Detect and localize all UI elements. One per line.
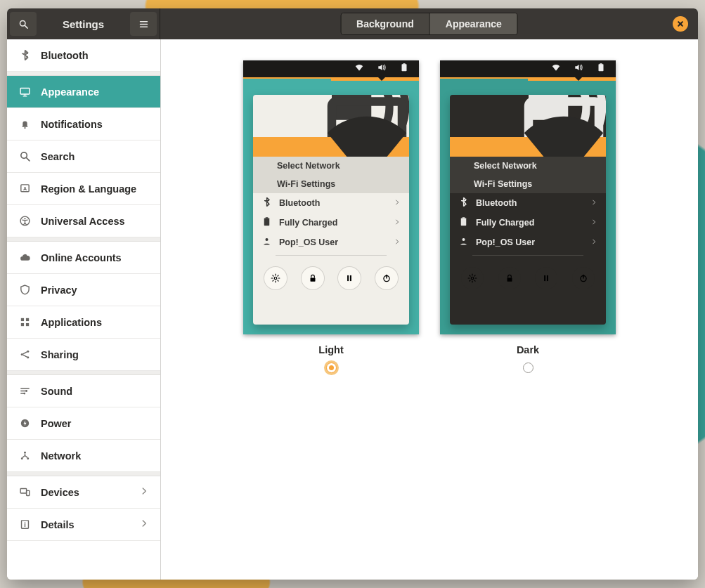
region-icon bbox=[18, 183, 31, 195]
wifi-dropdown[interactable]: System76 bbox=[253, 137, 409, 157]
user-icon bbox=[261, 236, 272, 249]
cloud-icon bbox=[18, 251, 31, 264]
volume-icon bbox=[377, 63, 387, 75]
battery-icon bbox=[399, 63, 409, 75]
suspend-button[interactable] bbox=[535, 267, 557, 289]
chevron-right-icon bbox=[394, 218, 401, 228]
theme-light-label: Light bbox=[318, 344, 343, 355]
sidebar-item-label: Sound bbox=[41, 386, 72, 397]
sidebar-item-power[interactable]: Power bbox=[7, 407, 160, 440]
chevron-right-icon bbox=[139, 518, 149, 530]
suspend-button[interactable] bbox=[338, 267, 361, 289]
battery-icon bbox=[596, 63, 606, 75]
sidebar-item-label: Network bbox=[41, 450, 81, 462]
wifi-settings[interactable]: Wi-Fi Settings bbox=[253, 175, 409, 193]
lock-button[interactable] bbox=[302, 267, 324, 289]
content-appearance: System76 Select Network Wi-Fi Settings B… bbox=[161, 39, 698, 580]
sidebar-item-privacy[interactable]: Privacy bbox=[7, 274, 160, 306]
sound-icon bbox=[18, 385, 31, 398]
row-user[interactable]: Pop!_OS User bbox=[253, 233, 409, 252]
preview-topbar bbox=[243, 60, 419, 79]
details-icon bbox=[18, 518, 31, 531]
theme-dark-radio[interactable] bbox=[523, 362, 533, 373]
sidebar-item-network[interactable]: Network bbox=[7, 440, 160, 472]
theme-preview-dark[interactable]: System76 Select Network Wi-Fi Settings B… bbox=[440, 60, 616, 334]
sidebar-item-bluetooth[interactable]: Bluetooth bbox=[7, 39, 160, 72]
sidebar-item-applications[interactable]: Applications bbox=[7, 306, 160, 339]
search-button[interactable] bbox=[10, 12, 37, 36]
notifications-icon bbox=[18, 118, 31, 131]
volume-icon bbox=[574, 63, 583, 75]
wifi-select-network[interactable]: Select Network bbox=[253, 157, 409, 175]
sidebar-item-sound[interactable]: Sound bbox=[7, 375, 160, 407]
sidebar-item-label: Privacy bbox=[41, 285, 77, 296]
bluetooth-icon bbox=[458, 197, 469, 209]
wifi-icon bbox=[551, 63, 561, 75]
poweroff-button[interactable] bbox=[375, 267, 398, 289]
chevron-right-icon bbox=[590, 198, 597, 208]
poweroff-button[interactable] bbox=[572, 267, 595, 289]
sidebar-item-label: Devices bbox=[41, 487, 79, 498]
sidebar-item-label: Online Accounts bbox=[41, 252, 122, 263]
sidebar-item-label: Universal Access bbox=[41, 216, 125, 227]
sidebar-item-label: Applications bbox=[41, 317, 102, 328]
user-icon bbox=[458, 236, 469, 249]
row-bluetooth[interactable]: Bluetooth bbox=[450, 193, 606, 213]
chevron-right-icon bbox=[394, 198, 401, 208]
apps-icon bbox=[18, 316, 31, 329]
preview-topbar bbox=[440, 60, 616, 79]
lock-button[interactable] bbox=[498, 267, 521, 289]
sidebar-item-label: Power bbox=[41, 418, 72, 429]
chevron-right-icon bbox=[394, 237, 401, 247]
settings-button[interactable] bbox=[461, 267, 484, 289]
appearance-icon bbox=[18, 86, 31, 98]
preview-panel: System76 Select Network Wi-Fi Settings B… bbox=[450, 95, 606, 325]
sidebar-item-label: Search bbox=[41, 151, 75, 162]
theme-light-radio[interactable] bbox=[326, 362, 337, 373]
chevron-right-icon bbox=[139, 486, 149, 498]
sidebar-item-search[interactable]: Search bbox=[7, 141, 160, 173]
sidebar-item-region[interactable]: Region & Language bbox=[7, 173, 160, 205]
battery-icon bbox=[458, 216, 469, 229]
theme-preview-light[interactable]: System76 Select Network Wi-Fi Settings B… bbox=[243, 60, 419, 334]
sidebar-item-online[interactable]: Online Accounts bbox=[7, 242, 160, 274]
headerbar: Settings Background Appearance bbox=[7, 8, 698, 39]
header-title: Settings bbox=[39, 18, 127, 30]
preview-panel: System76 Select Network Wi-Fi Settings B… bbox=[253, 95, 409, 325]
chevron-right-icon bbox=[590, 237, 597, 247]
close-button[interactable] bbox=[673, 16, 688, 32]
power-icon bbox=[18, 417, 31, 430]
tab-background[interactable]: Background bbox=[341, 13, 429, 34]
universal-icon bbox=[18, 215, 31, 228]
wifi-settings[interactable]: Wi-Fi Settings bbox=[450, 175, 606, 193]
row-battery[interactable]: Fully Charged bbox=[253, 213, 409, 233]
row-bluetooth[interactable]: Bluetooth bbox=[253, 193, 409, 213]
battery-icon bbox=[261, 216, 272, 229]
sidebar-item-label: Bluetooth bbox=[41, 50, 89, 61]
devices-icon bbox=[18, 486, 31, 499]
sidebar-item-details[interactable]: Details bbox=[7, 509, 160, 541]
theme-dark-label: Dark bbox=[517, 344, 539, 355]
sidebar-item-sharing[interactable]: Sharing bbox=[7, 339, 160, 371]
sidebar-item-universal[interactable]: Universal Access bbox=[7, 205, 160, 237]
sidebar-item-label: Appearance bbox=[41, 86, 99, 98]
sidebar-item-label: Details bbox=[41, 519, 75, 530]
sidebar-item-notifications[interactable]: Notifications bbox=[7, 108, 160, 141]
row-battery[interactable]: Fully Charged bbox=[450, 213, 606, 233]
shield-icon bbox=[18, 284, 31, 296]
bluetooth-icon bbox=[18, 49, 31, 62]
sidebar-item-label: Sharing bbox=[41, 349, 79, 360]
hamburger-button[interactable] bbox=[130, 12, 157, 36]
settings-button[interactable] bbox=[264, 267, 287, 289]
share-icon bbox=[18, 348, 31, 361]
sidebar-item-label: Notifications bbox=[41, 119, 103, 130]
sidebar-item-devices[interactable]: Devices bbox=[7, 476, 160, 509]
tab-appearance[interactable]: Appearance bbox=[429, 13, 517, 34]
bluetooth-icon bbox=[261, 197, 272, 209]
wifi-dropdown[interactable]: System76 bbox=[450, 137, 606, 157]
wifi-select-network[interactable]: Select Network bbox=[450, 157, 606, 175]
sidebar: BluetoothAppearanceNotificationsSearchRe… bbox=[7, 39, 161, 580]
sidebar-item-appearance[interactable]: Appearance bbox=[7, 76, 160, 108]
search-icon bbox=[18, 150, 31, 163]
row-user[interactable]: Pop!_OS User bbox=[450, 233, 606, 252]
